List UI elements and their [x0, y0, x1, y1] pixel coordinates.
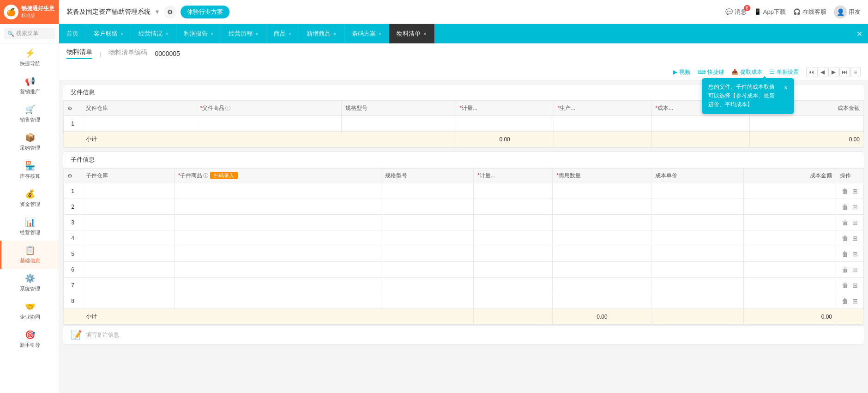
- nav-tab-经营历程[interactable]: 经营历程 ×: [221, 24, 266, 43]
- child-cost-unit-8[interactable]: [651, 293, 744, 309]
- online-service-button[interactable]: 🎧 在线客服: [793, 8, 826, 16]
- child-copy-8-button[interactable]: ⊞: [852, 297, 858, 305]
- tab-close-icon[interactable]: ×: [121, 31, 123, 36]
- child-cost-unit-6[interactable]: [651, 262, 744, 278]
- child-delete-3-button[interactable]: 🗑: [842, 219, 848, 226]
- child-qty-3[interactable]: [553, 215, 651, 230]
- child-copy-6-button[interactable]: ⊞: [852, 266, 858, 273]
- child-product-8[interactable]: [174, 293, 381, 309]
- child-copy-2-button[interactable]: ⊞: [852, 203, 858, 211]
- child-qty-2[interactable]: [553, 199, 651, 215]
- child-cost-unit-4[interactable]: [651, 230, 744, 246]
- tabs-close-all-button[interactable]: ✕: [851, 30, 868, 38]
- nav-prev-button[interactable]: ◀: [817, 67, 827, 77]
- child-unit-6[interactable]: [474, 262, 553, 278]
- scan-input-button[interactable]: 扫码录入: [210, 172, 238, 179]
- child-warehouse-5[interactable]: [82, 246, 175, 262]
- child-unit-7[interactable]: [474, 278, 553, 293]
- tab-close-icon[interactable]: ×: [211, 31, 213, 36]
- child-qty-7[interactable]: [553, 278, 651, 293]
- child-delete-5-button[interactable]: 🗑: [842, 250, 848, 258]
- child-qty-8[interactable]: [553, 293, 651, 309]
- child-delete-8-button[interactable]: 🗑: [842, 297, 848, 305]
- child-unit-1[interactable]: [474, 183, 553, 199]
- child-qty-4[interactable]: [553, 230, 651, 246]
- settings-gear-button[interactable]: ⚙: [164, 6, 177, 18]
- parent-cost-cell[interactable]: [651, 116, 749, 132]
- child-product-3[interactable]: [174, 215, 381, 230]
- sidebar-item-sales[interactable]: 🛒销售管理: [0, 100, 59, 128]
- child-copy-5-button[interactable]: ⊞: [852, 250, 858, 258]
- sidebar-item-basic[interactable]: 📋基础信息: [0, 241, 59, 269]
- nav-tab-首页[interactable]: 首页: [59, 24, 86, 43]
- child-unit-8[interactable]: [474, 293, 553, 309]
- experience-button[interactable]: 体验行业方案: [181, 6, 229, 18]
- child-spec-2[interactable]: [381, 199, 474, 215]
- system-title-dropdown-icon[interactable]: ▼: [154, 8, 160, 15]
- child-product-1[interactable]: [174, 183, 381, 199]
- child-delete-7-button[interactable]: 🗑: [842, 282, 848, 289]
- parent-warehouse-cell[interactable]: [82, 116, 196, 132]
- child-warehouse-6[interactable]: [82, 262, 175, 278]
- child-spec-3[interactable]: [381, 215, 474, 230]
- parent-spec-cell[interactable]: [342, 116, 456, 132]
- tab-close-icon[interactable]: ×: [255, 31, 258, 36]
- child-cost-unit-3[interactable]: [651, 215, 744, 230]
- child-spec-8[interactable]: [381, 293, 474, 309]
- child-copy-7-button[interactable]: ⊞: [852, 282, 858, 289]
- tab-close-icon[interactable]: ×: [165, 31, 168, 36]
- user-button[interactable]: 👤 用友: [834, 6, 861, 18]
- tab-close-icon[interactable]: ×: [423, 31, 426, 36]
- nav-next-button[interactable]: ▶: [828, 67, 838, 77]
- app-download-button[interactable]: 📱 App下载: [754, 8, 786, 16]
- child-delete-4-button[interactable]: 🗑: [842, 235, 848, 242]
- child-copy-4-button[interactable]: ⊞: [852, 235, 858, 242]
- nav-tab-条码方案[interactable]: 条码方案 ×: [344, 24, 389, 43]
- child-delete-2-button[interactable]: 🗑: [842, 203, 848, 211]
- tooltip-close-button[interactable]: ×: [784, 83, 788, 93]
- nav-tab-商品[interactable]: 商品 ×: [266, 24, 299, 43]
- child-qty-6[interactable]: [553, 262, 651, 278]
- child-cost-unit-5[interactable]: [651, 246, 744, 262]
- sidebar-item-operation[interactable]: 📊经营管理: [0, 212, 59, 241]
- nav-tab-经营情况[interactable]: 经营情况 ×: [131, 24, 176, 43]
- child-warehouse-2[interactable]: [82, 199, 175, 215]
- child-unit-2[interactable]: [474, 199, 553, 215]
- sidebar-item-marketing[interactable]: 📢营销推广: [0, 72, 59, 100]
- child-delete-1-button[interactable]: 🗑: [842, 187, 848, 195]
- single-setting-button[interactable]: ☰ 单据设置: [770, 68, 799, 76]
- child-qty-1[interactable]: [553, 183, 651, 199]
- parent-production-cell[interactable]: [554, 116, 651, 132]
- search-trigger[interactable]: 🔍 搜索菜单: [4, 28, 55, 39]
- child-product-7[interactable]: [174, 278, 381, 293]
- child-warehouse-7[interactable]: [82, 278, 175, 293]
- sidebar-item-quicknav[interactable]: ⚡快捷导航: [0, 43, 59, 72]
- child-cost-unit-7[interactable]: [651, 278, 744, 293]
- child-spec-5[interactable]: [381, 246, 474, 262]
- nav-tab-新增商品[interactable]: 新增商品 ×: [299, 24, 344, 43]
- sidebar-item-guide[interactable]: 🎯新手引导: [0, 325, 59, 353]
- tab-close-icon[interactable]: ×: [289, 31, 291, 36]
- child-unit-3[interactable]: [474, 215, 553, 230]
- tab-close-icon[interactable]: ×: [379, 31, 381, 36]
- nav-tab-物料清单[interactable]: 物料清单 ×: [389, 24, 434, 43]
- tab-close-icon[interactable]: ×: [333, 31, 336, 36]
- child-product-6[interactable]: [174, 262, 381, 278]
- parent-unit-cell[interactable]: [456, 116, 554, 132]
- sidebar-item-purchase[interactable]: 📦采购管理: [0, 128, 59, 156]
- child-unit-4[interactable]: [474, 230, 553, 246]
- nav-last-button[interactable]: ⏭: [839, 67, 850, 77]
- child-product-4[interactable]: [174, 230, 381, 246]
- remark-placeholder[interactable]: 填写备注信息: [86, 331, 119, 339]
- nav-first-button[interactable]: ⏮: [806, 67, 816, 77]
- sidebar-item-corp[interactable]: 🤝企业协同: [0, 297, 59, 325]
- nav-tab-利润报告[interactable]: 利润报告 ×: [176, 24, 221, 43]
- child-copy-3-button[interactable]: ⊞: [852, 219, 858, 226]
- page-tab-bom[interactable]: 物料清单: [66, 48, 92, 59]
- message-button[interactable]: 💬 消息 6: [725, 8, 747, 16]
- child-qty-5[interactable]: [553, 246, 651, 262]
- child-spec-6[interactable]: [381, 262, 474, 278]
- child-spec-1[interactable]: [381, 183, 474, 199]
- nav-tab-客户联络[interactable]: 客户联络 ×: [86, 24, 131, 43]
- child-cost-unit-1[interactable]: [651, 183, 744, 199]
